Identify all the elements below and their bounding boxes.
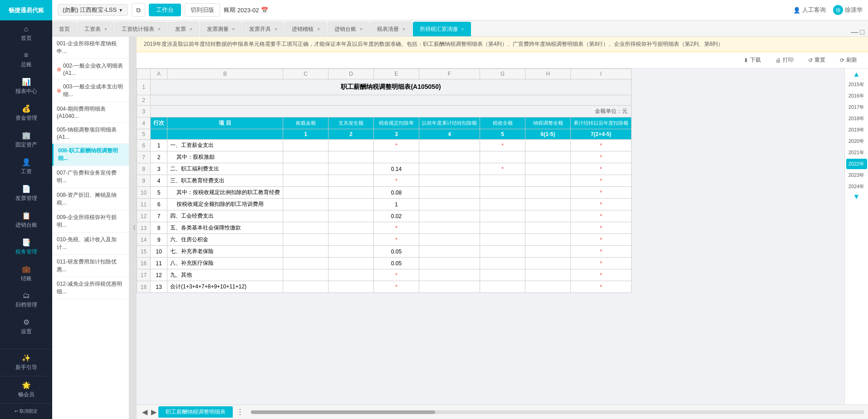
table-row: 7 2 其中：股权激励 * (137, 151, 632, 163)
sheet-nav-right[interactable]: ▶ (151, 408, 157, 416)
table-row: 13 8 五、各类基本社会保障性缴款 * * (137, 222, 632, 234)
year-2016[interactable]: 2016年 (846, 91, 867, 101)
tab-sales-ledger[interactable]: 进销台账× (328, 22, 369, 36)
year-2024[interactable]: 2024年 (846, 181, 867, 192)
guide-icon: ✨ (22, 354, 31, 362)
year-2020[interactable]: 2020年 (846, 136, 867, 146)
error-icon-002: ⊗ (57, 66, 61, 73)
year-2015[interactable]: 2015年 (846, 79, 867, 90)
year-2021[interactable]: 2021年 (846, 147, 867, 158)
vip-icon: 🌟 (22, 381, 31, 390)
download-icon: ⬇ (744, 57, 748, 63)
year-2019[interactable]: 2019年 (846, 125, 867, 135)
nav-finance[interactable]: 💰 资金管理 (0, 100, 52, 127)
bottom-bar: ◀ ▶ 职工薪酬纳税调整明细表 ⋮ (137, 404, 868, 419)
tab-invoice-measure[interactable]: 发票测量× (200, 22, 242, 36)
nav-reports[interactable]: 📊 报表中心 (0, 73, 52, 100)
table-row: 15 10 七、补充养老保险 0.05 * (137, 246, 632, 258)
old-version-button[interactable]: 切到旧版 (185, 3, 220, 17)
sheet-nav-left[interactable]: ◀ (142, 408, 147, 416)
col-header-f: 以前年度累计结转扣除额 (419, 117, 480, 129)
workspace-button[interactable]: 工作台 (149, 4, 181, 16)
nav-assets[interactable]: 🏢 固定资产 (0, 127, 52, 153)
tab-salary[interactable]: 工资表× (78, 22, 114, 36)
panel-item-003[interactable]: ⊗ 003-一般企业成本支出明细... (52, 80, 129, 102)
download-button[interactable]: ⬇ 下载 (740, 55, 765, 65)
table-row: 17 12 九、其他 * * (137, 269, 632, 281)
year-2023[interactable]: 2023年 (846, 170, 867, 180)
year-nav-down[interactable]: ▼ (853, 193, 860, 201)
panel-item-006[interactable]: 006-职工薪酬纳税调整明细... (52, 144, 129, 166)
year-nav-up[interactable]: ▲ (853, 70, 860, 78)
nav-home[interactable]: ⌂ 首页 (0, 20, 52, 47)
refresh-icon: ⟳ (840, 57, 844, 63)
panel-item-002[interactable]: ⊗ 002-一般企业收入明细表(A1... (52, 59, 129, 80)
tab-tax-book[interactable]: 税表清册× (370, 22, 412, 36)
panel-item-009[interactable]: 009-企业所得税弥补亏损明... (52, 210, 129, 233)
print-icon: 🖨 (775, 57, 781, 63)
period-value: 2023-02 (237, 7, 259, 14)
tab-close-salary-report[interactable]: × (158, 27, 161, 32)
main-area: (勿删) 江西般宝-LSS ▼ ⧉ 工作台 切到旧版 账期 2023-02 📅 … (52, 0, 868, 419)
tab-close-sales-check[interactable]: × (317, 27, 320, 32)
content-area: 001-企业所得税年度纳税申... ⊗ 002-一般企业收入明细表(A1... … (52, 37, 868, 419)
year-2017[interactable]: 2017年 (846, 102, 867, 112)
tab-close-tax-book[interactable]: × (402, 27, 405, 32)
refresh-button[interactable]: ⟳ 刷新 (836, 55, 861, 65)
table-row: 11 6 按税收规定全额扣除的职工培训费用 1 * (137, 199, 632, 210)
tab-invoice[interactable]: 发票× (168, 22, 199, 36)
toolbar: ⬇ 下载 🖨 打印 ↺ 重置 ⟳ 刷新 (137, 52, 868, 68)
nav-salary[interactable]: 👤 工资 (0, 153, 52, 180)
table-row: 14 9 六、住房公积金 * * (137, 234, 632, 246)
nav-tax[interactable]: 📑 税务管理 (0, 234, 52, 260)
nav-close[interactable]: 💼 结账 (0, 260, 52, 287)
tab-salary-report[interactable]: 工资统计报表× (115, 22, 167, 36)
bottom-scrollbar[interactable] (251, 410, 864, 414)
tab-invoice-open[interactable]: 发票开具× (242, 22, 284, 36)
support-link[interactable]: 👤 人工客询 (793, 6, 826, 14)
nav-invoice[interactable]: 📄 发票管理 (0, 180, 52, 207)
tab-close-salary[interactable]: × (104, 27, 107, 32)
close-icon: 💼 (22, 265, 31, 273)
tab-close-invoice[interactable]: × (190, 27, 192, 32)
nav-guide[interactable]: ✨ 新手引导 (0, 349, 52, 376)
calendar-icon[interactable]: 📅 (261, 7, 268, 14)
copy-icon[interactable]: ⧉ (132, 3, 145, 17)
col-D-header: D (329, 69, 374, 79)
tab-home[interactable]: 首页 (52, 22, 77, 36)
nav-archive[interactable]: 🗂 归档管理 (0, 287, 52, 313)
tab-minimize-icon[interactable]: — (851, 28, 858, 36)
spreadsheet-wrapper[interactable]: A B C D E F G H I (137, 68, 868, 404)
print-button[interactable]: 🖨 打印 (772, 55, 797, 65)
tab-maximize-icon[interactable]: □ (860, 28, 864, 36)
panel-collapse-button[interactable]: 《 (129, 37, 137, 419)
user-profile[interactable]: 徐 徐涯华 (833, 5, 863, 15)
tab-close-invoice-open[interactable]: × (275, 27, 277, 32)
tab-sales-check[interactable]: 进销稽核× (285, 22, 327, 36)
panel-item-005[interactable]: 005-纳税调整项目明细表(A1... (52, 123, 129, 144)
panel-item-008[interactable]: 008-资产折旧、摊销及纳税... (52, 188, 129, 210)
tab-close-income-tax[interactable]: × (461, 27, 464, 32)
year-2022[interactable]: 2022年 (846, 159, 867, 169)
sheet-options-icon[interactable]: ⋮ (236, 408, 244, 416)
reset-button[interactable]: ↺ 重置 (804, 55, 829, 65)
nav-vip[interactable]: 🌟 畅会员 (0, 376, 52, 403)
nav-undo-fixed[interactable]: ↩ 取消固定 (0, 403, 52, 419)
tab-income-tax[interactable]: 所得税汇算清缴× (413, 22, 471, 36)
nav-settings[interactable]: ⚙ 设置 (0, 313, 52, 340)
panel-item-004[interactable]: 004-期间费用明细表(A1040... (52, 102, 129, 123)
tab-close-invoice-measure[interactable]: × (232, 27, 235, 32)
year-2018[interactable]: 2018年 (846, 113, 867, 124)
panel-item-011[interactable]: 011-研发费用加计扣除优惠... (52, 255, 129, 277)
table-row: 16 11 八、补充医疗保险 0.05 * (137, 258, 632, 269)
tab-close-sales-ledger[interactable]: × (360, 27, 363, 32)
col-G-header: G (480, 69, 525, 79)
sheet-tab-salary[interactable]: 职工薪酬纳税调整明细表 (158, 406, 233, 418)
panel-item-007[interactable]: 007-广告费和业务宣传费明... (52, 166, 129, 188)
nav-ledger[interactable]: ≡ 总账 (0, 47, 52, 73)
panel-item-001[interactable]: 001-企业所得税年度纳税申... (52, 37, 129, 59)
panel-item-012[interactable]: 012-减免企业所得税优惠明细... (52, 277, 129, 299)
nav-salesledger[interactable]: 📋 进销台账 (0, 207, 52, 234)
panel-item-010[interactable]: 010-免税、减计收入及加计... (52, 233, 129, 255)
company-selector[interactable]: (勿删) 江西般宝-LSS ▼ (58, 4, 128, 16)
